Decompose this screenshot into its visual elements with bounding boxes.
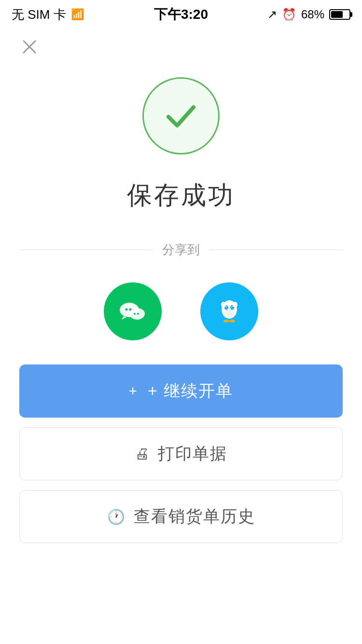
wechat-share-button[interactable] bbox=[104, 282, 162, 340]
battery-fill bbox=[331, 11, 343, 18]
clock-icon: 🕐 bbox=[107, 508, 126, 525]
alarm-icon: ⏰ bbox=[282, 8, 296, 21]
close-icon bbox=[22, 39, 37, 55]
svg-point-19 bbox=[233, 302, 237, 308]
print-button[interactable]: 🖨 打印单据 bbox=[19, 427, 343, 480]
svg-point-17 bbox=[225, 309, 234, 317]
svg-point-20 bbox=[223, 320, 229, 322]
continue-label: + 继续开单 bbox=[148, 380, 233, 402]
share-icons-row bbox=[19, 282, 343, 340]
svg-marker-8 bbox=[122, 316, 126, 320]
qq-share-button[interactable] bbox=[200, 282, 258, 340]
svg-point-14 bbox=[226, 307, 227, 308]
battery-bar bbox=[329, 9, 350, 20]
svg-point-5 bbox=[129, 308, 132, 311]
wifi-icon: 📶 bbox=[71, 8, 84, 21]
location-icon: ↗ bbox=[267, 8, 277, 21]
svg-point-7 bbox=[137, 313, 139, 315]
printer-icon: 🖨 bbox=[135, 446, 150, 462]
svg-point-4 bbox=[125, 308, 128, 311]
qq-icon bbox=[214, 296, 245, 327]
status-bar: 无 SIM 卡 📶 下午3:20 ↗ ⏰ 68% bbox=[0, 0, 362, 29]
share-label: 分享到 bbox=[153, 241, 209, 258]
share-section: 分享到 bbox=[0, 241, 362, 340]
checkmark-icon bbox=[162, 97, 200, 135]
action-buttons: + + 继续开单 🖨 打印单据 🕐 查看销货单历史 bbox=[0, 364, 362, 543]
battery-percent: 68% bbox=[301, 8, 324, 21]
status-bar-time: 下午3:20 bbox=[154, 5, 208, 24]
share-divider: 分享到 bbox=[19, 241, 343, 258]
status-bar-left: 无 SIM 卡 📶 bbox=[12, 6, 84, 23]
svg-point-21 bbox=[229, 320, 235, 322]
success-circle bbox=[142, 77, 220, 154]
svg-point-18 bbox=[221, 302, 226, 308]
print-label: 打印单据 bbox=[158, 443, 227, 465]
history-label: 查看销货单历史 bbox=[134, 505, 255, 528]
plus-icon: + bbox=[129, 383, 139, 399]
status-bar-right: ↗ ⏰ 68% bbox=[267, 8, 350, 21]
success-title: 保存成功 bbox=[127, 179, 235, 212]
svg-point-6 bbox=[134, 313, 136, 315]
svg-point-15 bbox=[232, 307, 233, 308]
battery-indicator bbox=[329, 9, 350, 20]
close-button[interactable] bbox=[17, 35, 42, 59]
history-button[interactable]: 🕐 查看销货单历史 bbox=[19, 490, 343, 543]
continue-button[interactable]: + + 继续开单 bbox=[19, 364, 343, 418]
sim-status: 无 SIM 卡 bbox=[12, 6, 66, 23]
main-content: 保存成功 分享到 bbox=[0, 29, 362, 543]
wechat-icon bbox=[116, 294, 150, 328]
